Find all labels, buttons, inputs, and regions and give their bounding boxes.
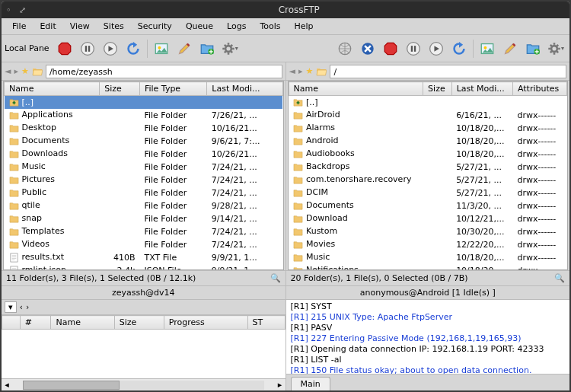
col-header[interactable]: Size bbox=[114, 316, 164, 330]
table-row[interactable]: Backdrops5/27/21, ...drwx------ bbox=[289, 161, 567, 174]
menu-edit[interactable]: Edit bbox=[33, 20, 62, 33]
remote-pathbar: ◄ ▸ ★ / bbox=[286, 62, 570, 81]
edit-button[interactable] bbox=[174, 38, 195, 59]
menu-queue[interactable]: Queue bbox=[180, 20, 219, 33]
menu-logs[interactable]: Logs bbox=[221, 20, 252, 33]
log-output[interactable]: [R1] SYST[R1] 215 UNIX Type: Apache FtpS… bbox=[286, 300, 570, 374]
window-menu-icon[interactable]: ◦ bbox=[6, 5, 11, 15]
table-row[interactable]: [..] bbox=[289, 96, 567, 109]
table-row[interactable]: DownloadsFile Folder10/26/21... bbox=[5, 148, 283, 161]
remote-edit-button[interactable] bbox=[499, 38, 521, 59]
log-tab-main[interactable]: Main bbox=[291, 377, 330, 390]
col-header[interactable]: Size bbox=[100, 82, 140, 96]
remote-conn-status: anonymous@Android [1 Idle(s) ] bbox=[286, 285, 570, 299]
back-icon[interactable]: ◄ bbox=[5, 66, 11, 76]
menu-help[interactable]: Help bbox=[289, 20, 320, 33]
remote-settings-button[interactable]: ▾ bbox=[545, 38, 566, 59]
local-path-input[interactable]: /home/zeyassh bbox=[46, 65, 282, 78]
table-row[interactable]: PicturesFile Folder7/24/21, ... bbox=[5, 174, 283, 186]
window-pin-icon[interactable]: ⤢ bbox=[19, 5, 26, 15]
table-row[interactable]: rmlint.json2.4kJSON File9/9/21, 1... bbox=[5, 264, 283, 271]
search-icon[interactable]: 🔍 bbox=[554, 273, 565, 283]
queue-dropdown-icon[interactable]: ▾ bbox=[5, 301, 17, 313]
col-header[interactable]: # bbox=[20, 316, 51, 330]
table-row[interactable]: AirDroid6/16/21, ...drwx------ bbox=[289, 109, 567, 122]
settings-button[interactable]: ▾ bbox=[219, 38, 241, 59]
col-header[interactable]: ST bbox=[247, 316, 285, 330]
table-row[interactable]: PublicFile Folder7/24/21, ... bbox=[5, 186, 283, 199]
table-row[interactable]: Music10/18/20,...drwx------ bbox=[289, 251, 567, 264]
panes: ◄ ▸ ★ /home/zeyassh NameSizeFile TypeLas… bbox=[2, 62, 569, 299]
refresh-button[interactable] bbox=[123, 38, 144, 59]
table-row[interactable]: Alarms10/18/20,...drwx------ bbox=[289, 122, 567, 135]
table-row[interactable]: results.txt410BTXT File9/9/21, 1... bbox=[5, 251, 283, 264]
col-header[interactable]: Name bbox=[5, 82, 100, 96]
remote-refresh-button[interactable] bbox=[448, 38, 470, 59]
col-header[interactable]: File Type bbox=[139, 82, 206, 96]
table-row[interactable]: DesktopFile Folder10/16/21... bbox=[5, 122, 283, 135]
table-row[interactable]: Audiobooks10/18/20,...drwx------ bbox=[289, 148, 567, 161]
remote-play-button[interactable] bbox=[426, 38, 447, 59]
log-tabs: Main bbox=[286, 374, 570, 390]
table-row[interactable]: TemplatesFile Folder7/24/21, ... bbox=[5, 225, 283, 238]
new-folder-button[interactable] bbox=[196, 38, 218, 59]
table-row[interactable]: DCIM5/27/21, ...drwx------ bbox=[289, 186, 567, 199]
local-file-list[interactable]: NameSizeFile TypeLast Modi...[..]Applica… bbox=[3, 81, 284, 270]
forward-icon[interactable]: ▸ bbox=[298, 66, 303, 76]
menu-sites[interactable]: Sites bbox=[97, 20, 130, 33]
queue-next-icon[interactable]: › bbox=[26, 302, 29, 312]
log-line: [R1] 150 File status okay; about to open… bbox=[291, 365, 566, 374]
table-row[interactable]: com.tenorshare.recovery5/27/21, ...drwx-… bbox=[289, 174, 567, 186]
titlebar: ◦ ⤢ CrossFTP bbox=[2, 2, 569, 18]
col-header[interactable]: Name bbox=[289, 82, 423, 96]
back-icon[interactable]: ◄ bbox=[289, 66, 295, 76]
table-row[interactable]: qtileFile Folder9/28/21, ... bbox=[5, 199, 283, 212]
table-row[interactable]: [..] bbox=[5, 96, 283, 109]
stop-button[interactable] bbox=[54, 38, 75, 59]
table-row[interactable]: MusicFile Folder7/24/21, ... bbox=[5, 161, 283, 174]
folder-icon bbox=[316, 66, 327, 77]
remote-pause-button[interactable] bbox=[403, 38, 424, 59]
table-row[interactable]: Android10/18/20,...drwx------ bbox=[289, 135, 567, 148]
folder-icon bbox=[293, 162, 304, 172]
bookmark-icon[interactable]: ★ bbox=[21, 66, 29, 76]
col-header[interactable]: Last Modi... bbox=[451, 82, 512, 96]
table-row[interactable]: Download10/12/21,...drwx------ bbox=[289, 212, 567, 225]
remote-stop-button[interactable] bbox=[380, 38, 401, 59]
table-row[interactable]: Documents11/3/20, ...drwx------ bbox=[289, 199, 567, 212]
remote-view-image-button[interactable] bbox=[477, 38, 498, 59]
table-row[interactable]: ApplicationsFile Folder7/26/21, ... bbox=[5, 109, 283, 122]
queue-body[interactable] bbox=[2, 330, 286, 378]
menu-file[interactable]: File bbox=[6, 20, 32, 33]
folder-icon bbox=[32, 66, 43, 77]
menu-security[interactable]: Security bbox=[132, 20, 178, 33]
remote-path-input[interactable]: / bbox=[330, 65, 566, 78]
col-header[interactable]: Size bbox=[423, 82, 452, 96]
col-header[interactable] bbox=[2, 316, 21, 330]
table-row[interactable]: snapFile Folder9/14/21, ... bbox=[5, 212, 283, 225]
queue-prev-icon[interactable]: ‹ bbox=[20, 302, 23, 312]
view-image-button[interactable] bbox=[151, 38, 172, 59]
col-header[interactable]: Attributes bbox=[512, 82, 566, 96]
table-row[interactable]: Movies12/22/20,...drwx------ bbox=[289, 238, 567, 251]
forward-icon[interactable]: ▸ bbox=[14, 66, 18, 76]
table-row[interactable]: DocumentsFile Folder9/6/21, 7:... bbox=[5, 135, 283, 148]
folder-icon bbox=[293, 214, 304, 224]
col-header[interactable]: Name bbox=[51, 316, 114, 330]
col-header[interactable]: Last Modi... bbox=[207, 82, 282, 96]
queue-scrollbar[interactable]: ◂▸ bbox=[2, 378, 286, 390]
bookmark-icon[interactable]: ★ bbox=[306, 66, 314, 76]
col-header[interactable]: Progress bbox=[164, 316, 247, 330]
table-row[interactable]: VideosFile Folder7/24/21, ... bbox=[5, 238, 283, 251]
table-row[interactable]: Notifications10/18/20,...drwx------ bbox=[289, 264, 567, 271]
menu-tools[interactable]: Tools bbox=[254, 20, 286, 33]
remote-globe-button[interactable] bbox=[334, 38, 356, 59]
menu-view[interactable]: View bbox=[64, 20, 96, 33]
table-row[interactable]: Kustom10/30/20,...drwx------ bbox=[289, 225, 567, 238]
remote-disconnect-button[interactable] bbox=[357, 38, 378, 59]
remote-new-folder-button[interactable] bbox=[522, 38, 544, 59]
pause-button[interactable] bbox=[77, 38, 98, 59]
search-icon[interactable]: 🔍 bbox=[270, 273, 281, 283]
play-button[interactable] bbox=[100, 38, 121, 59]
remote-file-list[interactable]: NameSizeLast Modi...Attributes[..]AirDro… bbox=[288, 81, 569, 270]
